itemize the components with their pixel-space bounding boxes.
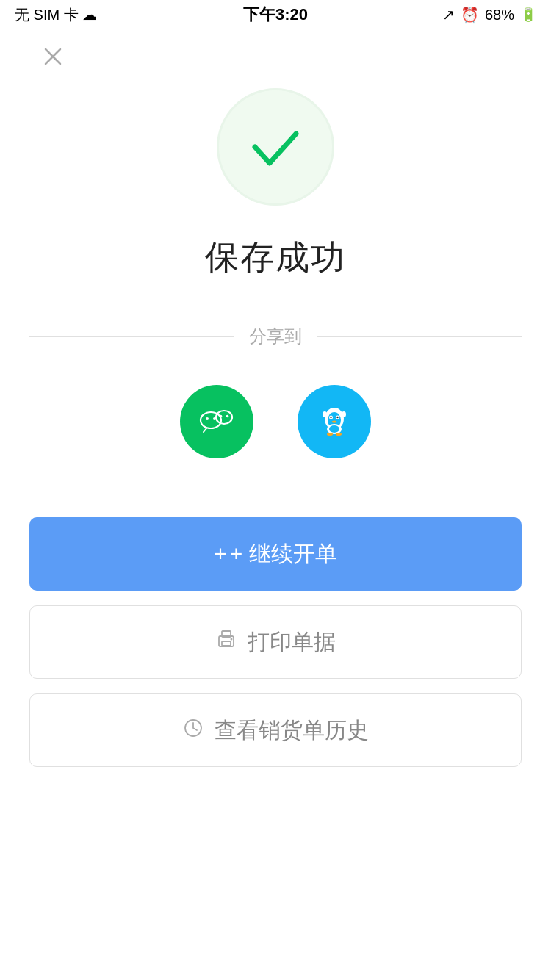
- svg-rect-23: [222, 641, 231, 646]
- qq-share-button[interactable]: [298, 385, 371, 458]
- svg-point-4: [206, 417, 209, 420]
- alarm-icon: ⏰: [461, 6, 479, 24]
- print-label: 打印单据: [248, 627, 336, 657]
- svg-point-16: [329, 425, 339, 433]
- share-label: 分享到: [234, 325, 317, 348]
- svg-point-2: [201, 412, 221, 428]
- svg-point-7: [226, 415, 229, 418]
- svg-point-5: [213, 417, 216, 420]
- continue-label: + 继续开单: [230, 539, 337, 569]
- status-left: 无 SIM 卡 ☁: [15, 5, 97, 25]
- battery-icon: 🔋: [520, 7, 536, 23]
- history-icon: [182, 717, 204, 744]
- share-section: 分享到: [0, 325, 551, 517]
- svg-point-12: [330, 417, 331, 418]
- history-button[interactable]: 查看销货单历史: [29, 693, 522, 767]
- svg-point-20: [342, 411, 346, 417]
- main-content: 保存成功 分享到: [0, 29, 551, 767]
- svg-point-14: [332, 421, 336, 423]
- status-time: 下午3:20: [243, 4, 308, 26]
- share-divider: 分享到: [29, 325, 522, 348]
- share-icons: [29, 385, 522, 458]
- status-right: ↗ ⏰ 68% 🔋: [442, 6, 536, 24]
- svg-point-3: [216, 411, 232, 424]
- wechat-share-button[interactable]: [180, 385, 253, 458]
- action-buttons: + + 继续开单 打印单据 查看销货单历: [0, 517, 551, 767]
- svg-point-24: [231, 638, 233, 640]
- checkmark-icon: [246, 118, 305, 176]
- svg-point-19: [323, 411, 327, 417]
- svg-point-18: [336, 433, 342, 436]
- status-bar: 无 SIM 卡 ☁ 下午3:20 ↗ ⏰ 68% 🔋: [0, 0, 551, 29]
- plus-icon: +: [214, 541, 227, 566]
- wechat-icon: [196, 401, 237, 442]
- print-button[interactable]: 打印单据: [29, 605, 522, 679]
- svg-point-13: [336, 417, 338, 418]
- sim-status: 无 SIM 卡 ☁: [15, 5, 97, 25]
- history-label: 查看销货单历史: [215, 716, 369, 746]
- success-icon-container: [217, 88, 334, 206]
- close-button[interactable]: [37, 40, 69, 73]
- svg-point-6: [220, 415, 223, 418]
- qq-icon: [314, 401, 355, 442]
- continue-button[interactable]: + + 继续开单: [29, 517, 522, 591]
- battery-level: 68%: [485, 7, 514, 24]
- success-title: 保存成功: [205, 235, 346, 281]
- svg-point-17: [327, 433, 333, 436]
- print-icon: [215, 629, 237, 656]
- location-icon: ↗: [442, 6, 455, 24]
